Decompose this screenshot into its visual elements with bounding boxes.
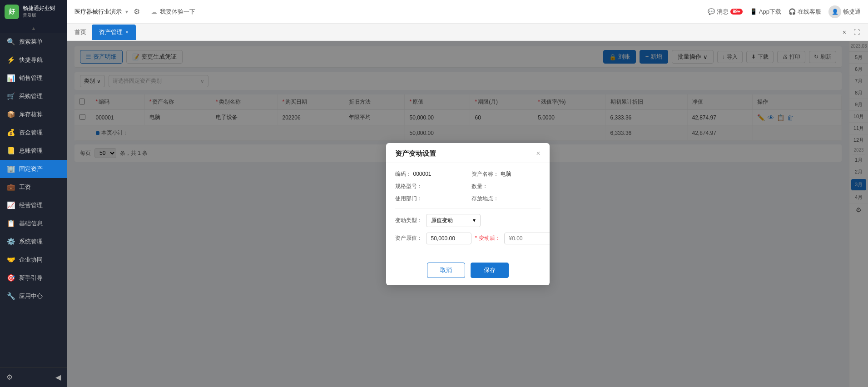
basic-icon: 📋	[6, 219, 15, 228]
tab-asset-label: 资产管理	[99, 28, 123, 36]
cancel-button[interactable]: 取消	[427, 263, 465, 278]
app-download-icon: 📱	[750, 8, 757, 15]
modal-body: 编码： 000001 资产名称： 电脑 规格型号：	[386, 163, 550, 257]
apps-icon: 🔧	[6, 292, 15, 301]
app-download-button[interactable]: 📱 App下载	[750, 8, 781, 16]
modal-location-label: 存放地点：	[471, 195, 499, 203]
experience-text[interactable]: 我要体验一下	[160, 8, 195, 16]
enterprise-icon: 🤝	[6, 255, 15, 264]
logo-icon: 好	[5, 5, 19, 19]
after-change-input[interactable]	[504, 233, 550, 244]
modal-header: 资产变动设置 ×	[386, 143, 550, 163]
tab-close-icon[interactable]: ×	[125, 29, 129, 35]
username: 畅捷通	[843, 8, 861, 16]
modal-spec-label: 规格型号：	[395, 183, 422, 190]
sidebar-item-business[interactable]: 📈 经营管理	[0, 196, 67, 214]
modal-code-label: 编码：	[395, 170, 412, 178]
sidebar-label-business: 经营管理	[19, 201, 43, 209]
user-area[interactable]: 👤 畅捷通	[828, 5, 861, 18]
settings-icon[interactable]: ⚙	[6, 373, 13, 382]
sales-icon: 📊	[6, 74, 15, 83]
sidebar-item-guide[interactable]: 🎯 新手引导	[0, 269, 67, 287]
search-icon: 🔍	[6, 37, 15, 46]
sidebar-label-guide: 新手引导	[19, 274, 43, 282]
sidebar-label-capital: 资金管理	[19, 129, 43, 137]
quick-nav-icon: ⚡	[6, 55, 15, 64]
sidebar-item-apps[interactable]: 🔧 应用中心	[0, 287, 67, 305]
sidebar-item-sales[interactable]: 📊 销售管理	[0, 69, 67, 87]
tab-home[interactable]: 首页	[69, 25, 92, 40]
messages-label: 消息	[717, 8, 729, 16]
sidebar-label-payroll: 工资	[19, 183, 31, 191]
fixed-assets-icon: 🏢	[6, 164, 15, 174]
change-type-select[interactable]: 原值变动 ▾	[426, 214, 481, 227]
modal-field-location: 存放地点：	[471, 195, 541, 203]
collapse-sidebar-button[interactable]: ◀	[55, 373, 61, 382]
scroll-up-icon[interactable]: ▲	[31, 25, 36, 31]
main-content: 医疗器械行业演示 ▾ ⚙ ☁ 我要体验一下 💬 消息 99+ 📱 App下载 🎧…	[67, 0, 868, 387]
modal-field-dept: 使用部门：	[395, 195, 464, 203]
sidebar-item-fixed-assets[interactable]: 🏢 固定资产	[0, 160, 67, 178]
capital-icon: 💰	[6, 128, 15, 137]
business-icon: 📈	[6, 201, 15, 210]
modal-original-value: 50,000.00	[426, 233, 471, 244]
sidebar-item-capital[interactable]: 💰 资金管理	[0, 124, 67, 142]
modal-asset-name-value: 电脑	[501, 170, 511, 178]
expand-tab-button[interactable]: ⛶	[851, 28, 863, 37]
messages-button[interactable]: 💬 消息 99+	[708, 8, 743, 16]
sidebar-item-quick-nav[interactable]: ⚡ 快捷导航	[0, 51, 67, 69]
app-download-label: App下载	[759, 8, 781, 16]
sidebar-label-ledger: 总账管理	[19, 147, 43, 155]
experience-area: ☁ 我要体验一下	[151, 8, 195, 16]
asset-change-modal: 资产变动设置 × 编码： 000001 资产名称： 电脑	[386, 143, 550, 285]
modal-title: 资产变动设置	[395, 149, 436, 158]
app-logo: 好 畅捷通好业财 普及版	[0, 0, 67, 24]
sidebar-item-system[interactable]: ⚙️ 系统管理	[0, 233, 67, 251]
modal-dept-label: 使用部门：	[395, 195, 422, 203]
company-settings-icon[interactable]: ⚙	[132, 5, 142, 18]
experience-icon: ☁	[151, 8, 157, 15]
modal-field-asset-name: 资产名称： 电脑	[471, 170, 541, 178]
payroll-icon: 💼	[6, 183, 15, 192]
modal-code-value: 000001	[413, 171, 432, 177]
modal-overlay: 资产变动设置 × 编码： 000001 资产名称： 电脑	[67, 41, 868, 387]
sidebar-item-inventory[interactable]: 📦 库存核算	[0, 105, 67, 124]
messages-icon: 💬	[708, 8, 715, 15]
system-icon: ⚙️	[6, 237, 15, 246]
modal-row-3: 使用部门： 存放地点：	[395, 195, 541, 203]
avatar: 👤	[828, 5, 841, 18]
sidebar-item-payroll[interactable]: 💼 工资	[0, 178, 67, 196]
sidebar-label-enterprise: 企业协同	[19, 256, 43, 264]
company-chevron-icon[interactable]: ▾	[125, 9, 128, 15]
modal-row-1: 编码： 000001 资产名称： 电脑	[395, 170, 541, 178]
tab-controls: × ⛶	[840, 28, 866, 37]
tab-bar: 首页 资产管理 × × ⛶	[67, 24, 868, 41]
messages-badge: 99+	[730, 9, 743, 15]
sidebar-item-ledger[interactable]: 📒 总账管理	[0, 142, 67, 160]
sidebar-item-basic[interactable]: 📋 基础信息	[0, 214, 67, 233]
modal-change-type-label: 变动类型：	[395, 217, 422, 224]
close-tab-button[interactable]: ×	[840, 28, 849, 37]
online-service-button[interactable]: 🎧 在线客服	[789, 8, 821, 16]
modal-close-button[interactable]: ×	[536, 149, 540, 158]
sidebar-label-basic: 基础信息	[19, 219, 43, 228]
content-area: ☰ 资产明细 📝 变更生成凭证 🔒 刘账 + 新增 批量操	[67, 41, 868, 387]
tab-asset-management[interactable]: 资产管理 ×	[92, 25, 136, 40]
topbar-right: 💬 消息 99+ 📱 App下载 🎧 在线客服 👤 畅捷通	[708, 5, 861, 18]
save-button[interactable]: 保存	[471, 263, 509, 278]
sidebar-item-purchase[interactable]: 🛒 采购管理	[0, 87, 67, 105]
sidebar-label-sales: 销售管理	[19, 74, 43, 82]
modal-row-2: 规格型号： 数量：	[395, 183, 541, 190]
modal-original-label: 资产原值：	[395, 234, 422, 242]
ledger-icon: 📒	[6, 146, 15, 155]
tab-home-label: 首页	[74, 28, 86, 36]
modal-field-spec: 规格型号：	[395, 183, 464, 190]
modal-after-change-label: * 变动后：	[475, 234, 501, 242]
modal-quantity-label: 数量：	[471, 183, 488, 190]
sidebar-label-fixed-assets: 固定资产	[19, 165, 43, 173]
sidebar-item-enterprise[interactable]: 🤝 企业协同	[0, 251, 67, 269]
sidebar-item-search[interactable]: 🔍 搜索菜单	[0, 33, 67, 51]
online-service-label: 在线客服	[798, 8, 821, 16]
inventory-icon: 📦	[6, 110, 15, 119]
sidebar-label-system: 系统管理	[19, 238, 43, 246]
